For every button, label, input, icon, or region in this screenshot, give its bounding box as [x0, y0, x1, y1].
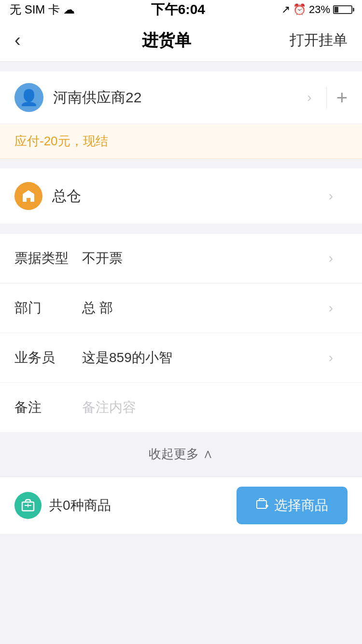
- department-value: 总 部: [72, 299, 329, 317]
- product-icon: [14, 492, 42, 519]
- avatar-icon: 👤: [19, 88, 39, 107]
- page-title: 进货单: [142, 29, 191, 52]
- department-label: 部门: [14, 299, 72, 317]
- warehouse-section: 总仓 ›: [0, 168, 362, 224]
- form-section: 票据类型 不开票 › 部门 总 部 › 业务员 这是859的小智 › 备注 备注…: [0, 233, 362, 432]
- invoice-type-row[interactable]: 票据类型 不开票 ›: [0, 233, 362, 283]
- select-product-button[interactable]: 选择商品: [237, 487, 348, 524]
- product-count-area: 共0种商品: [14, 492, 111, 519]
- warehouse-icon: [14, 182, 42, 210]
- remark-label: 备注: [14, 398, 72, 417]
- alert-banner: 应付-20元，现结: [0, 124, 362, 159]
- product-count-text: 共0种商品: [49, 496, 111, 515]
- department-row[interactable]: 部门 总 部 ›: [0, 283, 362, 333]
- status-left: 无 SIM 卡 ☁: [10, 2, 75, 17]
- status-time: 下午6:04: [151, 0, 205, 19]
- alarm-icon: ⏰: [293, 3, 306, 16]
- location-icon: ↗: [281, 3, 290, 16]
- invoice-type-label: 票据类型: [14, 249, 72, 267]
- section-divider-2: [0, 159, 362, 168]
- open-pending-button[interactable]: 打开挂单: [290, 30, 348, 50]
- salesperson-value: 这是859的小智: [72, 349, 329, 367]
- salesperson-row[interactable]: 业务员 这是859的小智 ›: [0, 333, 362, 382]
- back-button[interactable]: ‹: [14, 30, 43, 51]
- svg-rect-3: [257, 501, 266, 508]
- supplier-chevron-icon: ›: [307, 90, 311, 105]
- signal-text: 无 SIM 卡 ☁: [10, 2, 75, 17]
- invoice-type-value: 不开票: [72, 249, 329, 267]
- select-product-label: 选择商品: [274, 496, 328, 515]
- battery-icon: [333, 5, 352, 14]
- remark-row[interactable]: 备注 备注内容: [0, 382, 362, 432]
- page-background: [0, 534, 362, 644]
- select-product-icon: [256, 497, 269, 514]
- section-divider-3: [0, 224, 362, 233]
- salesperson-label: 业务员: [14, 349, 72, 367]
- battery-text: 23%: [309, 3, 330, 16]
- remark-input[interactable]: 备注内容: [72, 398, 348, 417]
- nav-bar: ‹ 进货单 打开挂单: [0, 19, 362, 62]
- supplier-name: 河南供应商22: [53, 88, 307, 108]
- status-bar: 无 SIM 卡 ☁ 下午6:04 ↗ ⏰ 23%: [0, 0, 362, 19]
- status-right: ↗ ⏰ 23%: [281, 3, 352, 16]
- warehouse-chevron-icon: ›: [329, 188, 333, 204]
- salesperson-chevron-icon: ›: [329, 350, 333, 365]
- supplier-section: 👤 河南供应商22 › + 应付-20元，现结: [0, 71, 362, 159]
- supplier-row[interactable]: 👤 河南供应商22 › +: [0, 71, 362, 124]
- collapse-button[interactable]: 收起更多 ∧: [0, 432, 362, 476]
- department-chevron-icon: ›: [329, 300, 333, 316]
- section-divider-1: [0, 62, 362, 71]
- add-supplier-button[interactable]: +: [326, 87, 348, 109]
- invoice-type-chevron-icon: ›: [329, 251, 333, 266]
- bottom-bar: 共0种商品 选择商品: [0, 476, 362, 534]
- warehouse-row[interactable]: 总仓 ›: [0, 168, 362, 224]
- warehouse-name: 总仓: [52, 186, 329, 206]
- supplier-avatar: 👤: [14, 83, 43, 112]
